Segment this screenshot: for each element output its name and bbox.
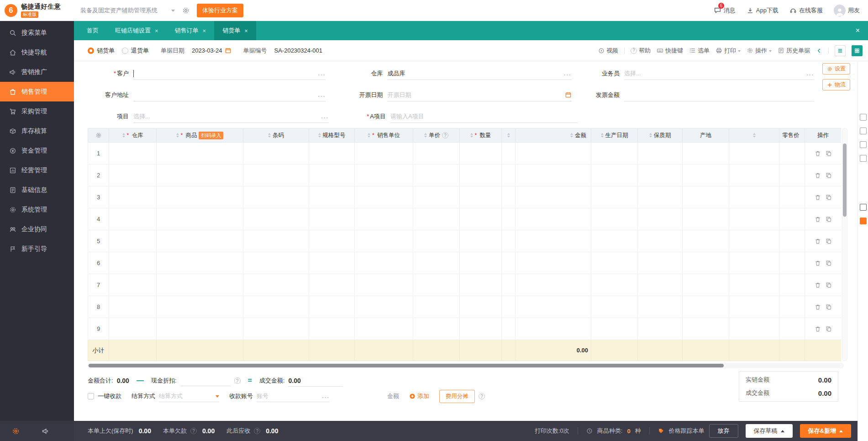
save-and-new-button[interactable]: 保存&新增 — [800, 424, 851, 438]
grid-cell-warehouse[interactable] — [109, 143, 157, 165]
sidebar-item-marketing[interactable]: 营销推广 — [0, 62, 74, 82]
grid-cell-amount[interactable] — [516, 143, 591, 165]
app-download-button[interactable]: App下载 — [747, 6, 779, 15]
grid-cell-origin[interactable] — [683, 230, 729, 252]
grid-cell-spec[interactable] — [309, 165, 355, 186]
grid-cell-blank1[interactable] — [502, 274, 516, 296]
sidebar-item-search-menu[interactable]: 搜索菜单 — [0, 23, 74, 43]
grid-cell-origin[interactable] — [683, 274, 729, 296]
grid-cell-blank1[interactable] — [502, 143, 516, 165]
grid-cell-origin[interactable] — [683, 318, 729, 340]
sidebar-item-operations[interactable]: 经营管理 — [0, 160, 74, 180]
discount-help-icon[interactable]: ? — [234, 377, 241, 384]
col-header-warehouse[interactable]: *仓库 — [109, 128, 157, 143]
grid-cell-amount[interactable] — [516, 318, 591, 340]
grid-cell-barcode[interactable] — [243, 230, 309, 252]
grid-cell-unit_price[interactable] — [413, 318, 460, 340]
grid-cell-blank2[interactable] — [729, 186, 779, 208]
scan-entry-button[interactable]: 扫码录入 — [199, 132, 223, 139]
warehouse-field[interactable]: 成品库 ... — [387, 67, 571, 80]
grid-cell-blank2[interactable] — [729, 230, 779, 252]
close-tab-icon[interactable]: × — [244, 27, 248, 34]
grid-cell-warehouse[interactable] — [109, 230, 157, 252]
grid-cell-shelf_life[interactable] — [638, 143, 683, 165]
messages-button[interactable]: 6 消息 — [714, 6, 736, 15]
col-header-spec[interactable]: 规格型号 — [309, 128, 355, 143]
grid-cell-unit_price[interactable] — [413, 274, 460, 296]
tab-home[interactable]: 首页 — [79, 21, 107, 40]
grid-cell-retail_price[interactable] — [779, 318, 805, 340]
copy-row-icon[interactable] — [826, 282, 832, 288]
grid-cell-amount[interactable] — [516, 274, 591, 296]
grid-cell-unit_price[interactable] — [413, 230, 460, 252]
system-dropdown[interactable]: 装备及固定资产辅助管理系统 — [80, 6, 175, 15]
grid-cell-retail_price[interactable] — [779, 208, 805, 230]
grid-cell-retail_price[interactable] — [779, 186, 805, 208]
user-menu[interactable]: 用友 — [834, 5, 860, 16]
sort-arrows-icon[interactable] — [470, 133, 473, 138]
right-rail-icon[interactable] — [860, 114, 867, 121]
logistics-button[interactable]: 物流 — [822, 79, 850, 90]
grid-cell-unit_price[interactable] — [413, 208, 460, 230]
grid-cell-production_date[interactable] — [591, 143, 638, 165]
grid-cell-product[interactable] — [157, 208, 243, 230]
grid-cell-blank2[interactable] — [729, 274, 779, 296]
history-docs-button[interactable]: 历史单据 — [778, 47, 810, 55]
grid-cell-quantity[interactable] — [460, 318, 502, 340]
grid-cell-amount[interactable] — [516, 186, 591, 208]
collapse-left-icon[interactable] — [816, 48, 822, 54]
grid-cell-warehouse[interactable] — [109, 274, 157, 296]
grid-cell-retail_price[interactable] — [779, 252, 805, 274]
grid-cell-warehouse[interactable] — [109, 252, 157, 274]
grid-cell-amount[interactable] — [516, 165, 591, 186]
price-help-icon[interactable]: ? — [442, 132, 448, 138]
grid-cell-quantity[interactable] — [460, 252, 502, 274]
sort-arrows-icon[interactable] — [176, 133, 179, 138]
col-header-production_date[interactable]: 生产日期 — [591, 128, 638, 143]
grid-cell-spec[interactable] — [309, 208, 355, 230]
grid-cell-product[interactable] — [157, 252, 243, 274]
delete-row-icon[interactable] — [815, 260, 821, 266]
copy-row-icon[interactable] — [826, 216, 832, 223]
address-field[interactable]: ... — [133, 89, 326, 101]
grid-cell-shelf_life[interactable] — [638, 186, 683, 208]
grid-cell-warehouse[interactable] — [109, 208, 157, 230]
sidebar-item-sales[interactable]: 销售管理 — [0, 82, 74, 101]
grid-cell-barcode[interactable] — [243, 318, 309, 340]
grid-cell-origin[interactable] — [683, 208, 729, 230]
col-header-blank2[interactable] — [729, 128, 779, 143]
sidebar-item-purchase[interactable]: 采购管理 — [0, 101, 74, 121]
grid-cell-barcode[interactable] — [243, 208, 309, 230]
grid-cell-origin[interactable] — [683, 165, 729, 186]
col-header-shelf_life[interactable]: 保质期 — [638, 128, 683, 143]
grid-cell-blank1[interactable] — [502, 296, 516, 318]
delete-row-icon[interactable] — [815, 326, 821, 332]
delete-row-icon[interactable] — [815, 282, 821, 288]
add-payment-row-button[interactable]: 添加 — [409, 392, 429, 400]
sort-arrows-icon[interactable] — [122, 133, 125, 138]
grid-cell-unit_price[interactable] — [413, 165, 460, 186]
grid-cell-product[interactable] — [157, 186, 243, 208]
grid-cell-origin[interactable] — [683, 252, 729, 274]
grid-cell-sale_unit[interactable] — [355, 274, 413, 296]
account-lookup-ellipsis[interactable]: ... — [319, 393, 330, 399]
grid-cell-amount[interactable] — [516, 252, 591, 274]
grid-cell-amount[interactable] — [516, 208, 591, 230]
price-track-label[interactable]: 价格跟踪本单 — [669, 427, 705, 435]
grid-cell-product[interactable] — [157, 165, 243, 186]
grid-cell-warehouse[interactable] — [109, 165, 157, 186]
a-project-field[interactable]: 请输入A项目 — [390, 110, 578, 123]
grid-cell-sale_unit[interactable] — [355, 230, 413, 252]
sort-arrows-icon[interactable] — [368, 133, 370, 138]
sort-arrows-icon[interactable] — [318, 133, 321, 138]
settings-button[interactable]: 设置 — [822, 63, 850, 74]
sort-arrows-icon[interactable] — [507, 133, 510, 138]
close-all-tabs-icon[interactable]: × — [856, 27, 860, 35]
list-view-toggle[interactable] — [835, 45, 846, 56]
copy-row-icon[interactable] — [826, 238, 832, 244]
receivable-help-icon[interactable]: ? — [254, 428, 260, 434]
grid-cell-barcode[interactable] — [243, 143, 309, 165]
debt-help-icon[interactable]: ? — [190, 428, 197, 434]
grid-cell-warehouse[interactable] — [109, 186, 157, 208]
grid-cell-warehouse[interactable] — [109, 318, 157, 340]
